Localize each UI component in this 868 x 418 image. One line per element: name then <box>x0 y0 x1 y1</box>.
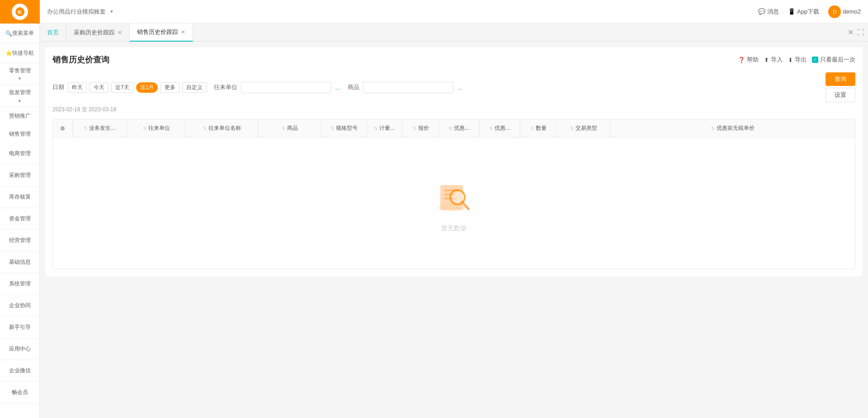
svg-text:畅: 畅 <box>17 10 22 14</box>
date-btn-yesterday[interactable]: 昨天 <box>68 82 87 93</box>
sort-icon: ⇅ <box>143 126 146 131</box>
account-selector[interactable]: 办公用品行业模拟账套 ▼ <box>47 8 114 16</box>
th-date[interactable]: ⇅ 业务发生... <box>73 119 127 138</box>
date-quick-buttons: 昨天 今天 近7天 近1月 更多 自定义 <box>68 82 207 93</box>
product-label: 商品 <box>348 83 359 91</box>
sidebar-item-ecommerce[interactable]: 电商管理 <box>0 143 40 165</box>
avatar: D <box>828 5 841 18</box>
empty-text: 暂无数据 <box>441 224 467 233</box>
settings-icon: ⚙ <box>60 125 65 132</box>
sort-icon: ⇅ <box>203 126 207 131</box>
header-actions: 💬 消息 📱 App下载 D demo2 <box>758 5 861 18</box>
sidebar-item-wholesale[interactable]: 批发管理 ▲ <box>0 85 40 107</box>
close-sales-tab-icon[interactable]: ✕ <box>181 29 185 35</box>
th-spec[interactable]: ⇅ 规格型号 <box>321 119 367 138</box>
date-btn-custom[interactable]: 自定义 <box>182 82 207 93</box>
date-filter-group: 日期 昨天 今天 近7天 近1月 更多 自定义 <box>52 82 207 93</box>
main-content: 办公用品行业模拟账套 ▼ 💬 消息 📱 App下载 D demo2 首页 采购历… <box>40 0 868 418</box>
only-last-checkbox[interactable]: 只看最后一次 <box>812 56 855 64</box>
empty-illustration <box>431 174 476 219</box>
sidebar-item-search[interactable]: 🔍 搜索菜单 <box>0 24 40 43</box>
th-settings[interactable]: ⚙ <box>53 119 73 138</box>
sort-icon: ⇅ <box>711 126 715 131</box>
page-actions: ❓ 帮助 ⬆ 导入 ⬇ 导出 只看最后一次 <box>738 56 855 64</box>
th-discount1[interactable]: ⇅ 优惠... <box>439 119 480 138</box>
sidebar-item-enterprise[interactable]: 企业协同 <box>0 295 40 317</box>
tab-purchase-history[interactable]: 采购历史价跟踪 ✕ <box>66 24 130 42</box>
date-btn-1month[interactable]: 近1月 <box>136 82 158 93</box>
close-tab-button[interactable]: ✕ <box>848 28 854 37</box>
sidebar-item-wechat[interactable]: 企业微信 <box>0 360 40 382</box>
sidebar-item-shortcuts[interactable]: ⭐ 快捷导航 <box>0 43 40 63</box>
sidebar-item-marketing[interactable]: 营销推广 <box>0 107 40 125</box>
star-icon: ⭐ <box>5 50 12 57</box>
sidebar-item-inventory[interactable]: 库存核算 <box>0 186 40 208</box>
date-range-display: 2023-02-18 至 2023-03-18 <box>52 106 855 114</box>
sort-icon: ⇅ <box>489 126 493 131</box>
th-type[interactable]: ⇅ 交易类型 <box>557 119 611 138</box>
date-btn-more[interactable]: 更多 <box>160 82 179 93</box>
tab-home[interactable]: 首页 <box>40 24 66 42</box>
sidebar-item-apps[interactable]: 应用中心 <box>0 338 40 360</box>
message-button[interactable]: 💬 消息 <box>758 8 779 16</box>
sidebar-item-purchase[interactable]: 采购管理 <box>0 165 40 186</box>
date-label: 日期 <box>52 83 64 91</box>
th-unit[interactable]: ⇅ 计量... <box>367 119 403 138</box>
logo-icon: 畅 <box>12 4 28 20</box>
th-unit-name[interactable]: ⇅ 往来单位名称 <box>186 119 258 138</box>
download-icon: 📱 <box>788 8 795 15</box>
sidebar: 畅 🔍 搜索菜单 ⭐ 快捷导航 零售管理 ▼ 批发管理 ▲ 营销推广 销售管理 … <box>0 0 40 418</box>
sidebar-item-system[interactable]: 系统管理 <box>0 273 40 295</box>
date-btn-7days[interactable]: 近7天 <box>111 82 133 93</box>
page-card: 销售历史价查询 ❓ 帮助 ⬆ 导入 ⬇ 导出 <box>45 47 863 276</box>
chevron-down-icon: ▼ <box>18 76 22 81</box>
product-input[interactable] <box>363 82 453 93</box>
sidebar-item-newbie[interactable]: 新手引导 <box>0 317 40 338</box>
table-header: ⚙ ⇅ 业务发生... ⇅ 往来单位 ⇅ 往来单位名称 <box>53 119 855 138</box>
sort-icon: ⇅ <box>84 126 87 131</box>
sidebar-item-operations[interactable]: 经营管理 <box>0 230 40 252</box>
top-header: 办公用品行业模拟账套 ▼ 💬 消息 📱 App下载 D demo2 <box>40 0 868 24</box>
close-purchase-tab-icon[interactable]: ✕ <box>118 29 122 36</box>
app-download-button[interactable]: 📱 App下载 <box>788 8 819 16</box>
user-menu[interactable]: D demo2 <box>828 5 861 18</box>
column-settings-button[interactable]: 设置 <box>826 88 855 102</box>
export-button[interactable]: ⬇ 导出 <box>788 56 807 64</box>
help-button[interactable]: ❓ 帮助 <box>738 56 759 64</box>
date-btn-today[interactable]: 今天 <box>90 82 108 93</box>
product-select-icon[interactable]: ... <box>457 84 462 91</box>
help-icon: ❓ <box>738 57 745 63</box>
import-button[interactable]: ⬆ 导入 <box>764 56 783 64</box>
sort-icon: ⇅ <box>570 126 574 131</box>
sort-icon: ⇅ <box>530 126 534 131</box>
th-tax-price[interactable]: ⇅ 优惠前无税单价 <box>611 119 855 138</box>
sort-icon: ⇅ <box>413 126 416 131</box>
chevron-up-icon: ▲ <box>18 98 22 103</box>
search-button[interactable]: 查询 <box>826 72 855 86</box>
filter-row: 日期 昨天 今天 近7天 近1月 更多 自定义 往来单位 ... <box>52 72 855 102</box>
sidebar-item-finance[interactable]: 资金管理 <box>0 208 40 230</box>
sidebar-item-retail[interactable]: 零售管理 ▼ <box>0 63 40 85</box>
sort-icon: ⇅ <box>374 126 377 131</box>
th-price[interactable]: ⇅ 报价 <box>403 119 439 138</box>
page-content: 销售历史价查询 ❓ 帮助 ⬆ 导入 ⬇ 导出 <box>40 42 868 418</box>
tab-sales-history[interactable]: 销售历史价跟踪 ✕ <box>130 24 193 42</box>
product-filter-group: 商品 ... <box>348 82 462 93</box>
chevron-down-icon: ▼ <box>109 9 114 14</box>
sidebar-item-sales[interactable]: 销售管理 <box>0 125 40 143</box>
sort-icon: ⇅ <box>330 126 334 131</box>
search-icon: 🔍 <box>5 30 12 37</box>
th-discount2[interactable]: ⇅ 优惠... <box>480 119 520 138</box>
sidebar-item-basic[interactable]: 基础信息 <box>0 252 40 273</box>
checkbox-icon <box>812 57 818 63</box>
data-table: ⚙ ⇅ 业务发生... ⇅ 往来单位 ⇅ 往来单位名称 <box>52 119 855 269</box>
partner-select-icon[interactable]: ... <box>335 84 340 91</box>
svg-point-9 <box>452 192 463 203</box>
th-unit-code[interactable]: ⇅ 往来单位 <box>127 119 186 138</box>
tab-bar-actions: ✕ ⛶ <box>844 28 868 37</box>
expand-button[interactable]: ⛶ <box>857 28 864 37</box>
th-qty[interactable]: ⇅ 数量 <box>520 119 557 138</box>
th-product[interactable]: ⇅ 商品 <box>258 119 321 138</box>
partner-input[interactable] <box>241 82 331 93</box>
sidebar-item-vip[interactable]: 畅会员 <box>0 382 40 404</box>
